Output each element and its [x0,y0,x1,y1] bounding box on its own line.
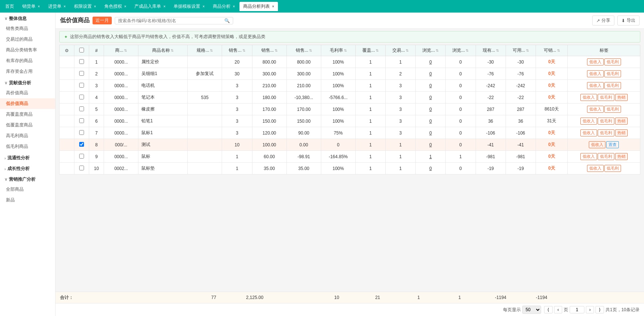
nav-warehouse[interactable]: 产成品入库单 × [131,2,169,11]
nav-product-analysis[interactable]: 商品分析 × [209,2,239,11]
browse1-col-header[interactable]: 浏览...⇅ [416,45,446,56]
close-icon[interactable]: × [163,4,165,9]
row-checkbox[interactable] [79,130,84,135]
last-page-button[interactable]: ⟩ [596,306,604,313]
browse-link[interactable]: 0 [429,130,432,136]
checkbox-cell[interactable] [74,139,89,151]
sidebar-item-traded-products[interactable]: 交易过的商品 [0,34,55,45]
browse1-cell[interactable]: 0 [416,80,446,92]
time-filter-button[interactable]: 近一月 [93,17,112,24]
nav-permission[interactable]: 权限设置 × [70,2,100,11]
browse-link[interactable]: 0 [429,71,432,77]
sell-col-header[interactable]: 可销...⇅ [536,45,567,56]
nav-home[interactable]: 首页 [1,2,18,11]
share-button[interactable]: ↗ 分享 [592,16,614,26]
browse-link[interactable]: 0 [429,95,432,100]
checkbox-cell[interactable] [74,127,89,139]
close-icon[interactable]: × [272,4,274,9]
sidebar-section-contribution[interactable]: ∨ 贡献值分析 [0,77,55,88]
row-checkbox[interactable] [79,59,84,64]
sidebar-section-flow[interactable]: › 流通性分析 [0,152,55,163]
row-checkbox[interactable] [79,83,84,88]
browse1-cell[interactable]: 0 [416,103,446,115]
browse-link[interactable]: 1 [429,154,432,159]
sale3-col-header[interactable]: 销售...⇅ [286,45,321,56]
browse1-cell[interactable]: 0 [416,163,446,174]
sidebar-item-sales-products[interactable]: 销售类商品 [0,23,55,34]
name-col-header[interactable]: 商品名称⇅ [138,45,188,56]
browse2-col-header[interactable]: 浏览...⇅ [446,45,476,56]
close-icon[interactable]: × [124,4,127,9]
browse-link[interactable]: 0 [429,107,432,112]
browse-link[interactable]: 0 [429,166,432,171]
trade-col-header[interactable]: 交易...⇅ [386,45,416,56]
page-input[interactable] [570,306,584,313]
avail-col-header[interactable]: 可用...⇅ [506,45,536,56]
checkbox-cell[interactable] [74,163,89,174]
next-page-button[interactable]: › [586,306,594,313]
nav-sales-order[interactable]: 销货单 × [19,2,44,11]
row-checkbox[interactable] [79,166,84,170]
sale1-col-header[interactable]: 销售...⇅ [222,45,252,56]
code-col-header[interactable]: 商...⇅ [104,45,138,56]
stock1-col-header[interactable]: 现有...⇅ [476,45,506,56]
browse-link[interactable]: 0 [429,60,432,65]
export-button[interactable]: ⬇ 导出 [617,16,640,26]
row-checkbox[interactable] [79,106,84,111]
sidebar-item-high-margin[interactable]: 高毛利商品 [0,130,55,141]
browse1-cell[interactable]: 0 [416,127,446,139]
sidebar-item-low-coverage[interactable]: 低覆盖度商品 [0,120,55,130]
search-input[interactable] [118,18,223,23]
row-checkbox[interactable] [79,142,84,147]
sidebar-section-overall[interactable]: ∨ 整体信息 [0,13,55,23]
sidebar-item-category-rate[interactable]: 商品分类销售率 [0,45,55,55]
checkbox-cell[interactable] [74,80,89,92]
checkbox-cell[interactable] [74,56,89,68]
nav-purchase-order[interactable]: 进货单 × [44,2,70,11]
sidebar-section-growth[interactable]: › 成长性分析 [0,163,55,173]
browse1-cell[interactable]: 0 [416,68,446,80]
checkbox-cell[interactable] [74,151,89,163]
browse-link[interactable]: 0 [429,83,432,88]
sidebar-item-low-value[interactable]: 低价值商品 [0,98,55,109]
checkbox-col-header[interactable] [74,45,89,56]
first-page-button[interactable]: ⟨ [544,306,553,313]
close-icon[interactable]: × [233,4,235,9]
sidebar-item-low-margin[interactable]: 低毛利商品 [0,141,55,152]
close-icon[interactable]: × [64,4,66,9]
prev-page-button[interactable]: ‹ [554,306,562,313]
search-icon[interactable]: 🔍 [224,18,230,23]
browse1-cell[interactable]: 1 [416,151,446,163]
settings-col-header[interactable]: ⚙ [60,45,74,56]
nav-template[interactable]: 单据模板设置 × [170,2,208,11]
checkbox-cell[interactable] [74,103,89,115]
browse1-cell[interactable]: 0 [416,92,446,103]
sidebar-item-all-products[interactable]: 全部商品 [0,184,55,195]
spec-col-header[interactable]: 规格...⇅ [188,45,222,56]
browse1-cell[interactable]: 0 [416,115,446,127]
margin-col-header[interactable]: 毛利率⇅ [321,45,355,56]
row-checkbox[interactable] [79,154,84,159]
browse-link[interactable]: 0 [429,142,432,147]
row-checkbox[interactable] [79,71,84,76]
sidebar-item-high-value[interactable]: 高价值商品 [0,88,55,98]
checkbox-cell[interactable] [74,115,89,127]
checkbox-cell[interactable] [74,68,89,80]
sidebar-section-marketing[interactable]: ∨ 营销推广分析 [0,173,55,184]
row-checkbox[interactable] [79,118,84,123]
browse-link[interactable]: 0 [429,119,432,124]
sidebar-item-capital[interactable]: 库存资金占用 [0,66,55,77]
browse1-cell[interactable]: 0 [416,139,446,151]
sidebar-item-high-coverage[interactable]: 高覆盖度商品 [0,109,55,120]
close-icon[interactable]: × [94,4,96,9]
nav-product-analysis-list[interactable]: 商品分析列表 × [239,2,278,11]
close-icon[interactable]: × [202,4,205,9]
close-icon[interactable]: × [38,4,40,9]
sale2-col-header[interactable]: 销售...⇅ [252,45,286,56]
sidebar-item-new-products[interactable]: 新品 [0,195,55,205]
checkbox-cell[interactable] [74,92,89,103]
sidebar-item-stock-products[interactable]: 有库存的商品 [0,55,55,66]
browse1-cell[interactable]: 0 [416,56,446,68]
page-size-select[interactable]: 50 100 200 [522,306,541,314]
select-all-checkbox[interactable] [79,48,84,52]
